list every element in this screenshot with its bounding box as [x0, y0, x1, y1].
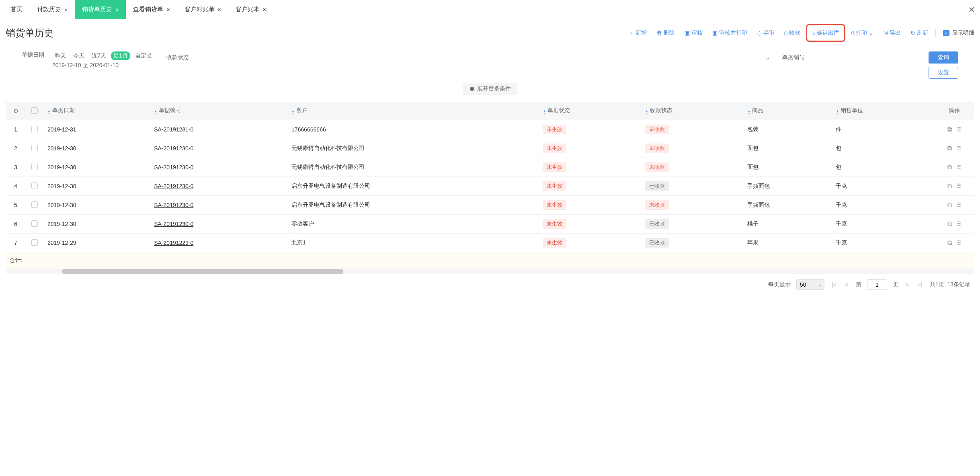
- cell-date: 2019-12-30: [43, 215, 150, 234]
- date-quick-today[interactable]: 今天: [71, 51, 87, 60]
- more-icon[interactable]: ⠿: [957, 164, 962, 171]
- tab-item[interactable]: 查看销货单×: [126, 0, 177, 19]
- row-checkbox[interactable]: [31, 201, 38, 208]
- doc-no-link[interactable]: SA-20191229-0: [154, 240, 193, 246]
- row-checkbox[interactable]: [31, 183, 38, 189]
- doc-no-input[interactable]: [812, 51, 916, 63]
- close-all-tabs-icon[interactable]: ✕: [968, 5, 975, 14]
- view-icon[interactable]: ⧉: [947, 164, 952, 171]
- col-date[interactable]: ▲▼单据日期: [43, 102, 150, 120]
- audit-print-button[interactable]: ▣审核并打印: [708, 27, 751, 39]
- first-page-button[interactable]: |<: [830, 281, 838, 288]
- settings-button[interactable]: 设置: [929, 67, 958, 79]
- audit-button[interactable]: ▣审核: [681, 27, 707, 39]
- page-size-select[interactable]: 50: [796, 279, 824, 290]
- cell-product: 面包: [743, 139, 832, 158]
- view-icon[interactable]: ⧉: [947, 201, 952, 209]
- row-checkbox[interactable]: [31, 164, 38, 170]
- summary-row: 合计:: [6, 252, 974, 269]
- chevron-down-icon[interactable]: ⌄: [765, 54, 770, 61]
- last-page-button[interactable]: >|: [916, 281, 924, 288]
- cell-product: 面包: [743, 158, 832, 177]
- view-icon[interactable]: ⧉: [947, 220, 952, 228]
- cell-customer: 启东升亚电气设备制造有限公司: [287, 196, 539, 215]
- house-icon: ⌂: [812, 30, 815, 36]
- doc-no-link[interactable]: SA-20191230-0: [154, 221, 193, 227]
- audit-icon: ▣: [685, 30, 690, 36]
- date-quick-custom[interactable]: 自定义: [133, 51, 154, 60]
- close-icon[interactable]: ×: [166, 6, 170, 13]
- col-pay-status[interactable]: ▲▼收款状态: [641, 102, 744, 120]
- row-checkbox[interactable]: [31, 239, 38, 246]
- date-quick-last7[interactable]: 近7天: [89, 51, 109, 60]
- unaudit-button[interactable]: ◌弃审: [753, 27, 779, 39]
- doc-status-badge: 未生效: [543, 125, 566, 134]
- cell-unit: 千克: [832, 234, 934, 252]
- more-icon[interactable]: ⠿: [957, 145, 962, 152]
- tab-item[interactable]: 首页: [3, 0, 30, 19]
- print-icon: ⎙: [851, 30, 854, 36]
- next-page-button[interactable]: >: [904, 281, 910, 288]
- date-quick-yesterday[interactable]: 昨天: [52, 51, 68, 60]
- expand-filters-button[interactable]: ⚈ 展开更多条件: [463, 83, 517, 95]
- row-index: 2: [6, 139, 26, 158]
- print-button[interactable]: ⎙打印⌄: [847, 27, 877, 39]
- more-icon[interactable]: ⠿: [957, 201, 962, 209]
- confirm-outbound-button[interactable]: ⌂确认出库: [806, 24, 845, 42]
- export-button[interactable]: ⇲导出: [879, 27, 905, 39]
- delete-button[interactable]: 🗑删除: [652, 27, 679, 39]
- doc-no-link[interactable]: SA-20191230-0: [154, 202, 193, 208]
- row-index: 3: [6, 158, 26, 177]
- table-row: 72019-12-29SA-20191229-0北京1未生效已收款苹果千克⧉⠿: [6, 234, 974, 252]
- payment-status-select[interactable]: [196, 51, 771, 63]
- close-icon[interactable]: ×: [115, 6, 119, 13]
- more-icon[interactable]: ⠿: [957, 126, 962, 133]
- view-icon[interactable]: ⧉: [947, 145, 952, 152]
- close-icon[interactable]: ×: [218, 6, 221, 13]
- tab-item[interactable]: 客户对账单×: [177, 0, 228, 19]
- page-title: 销货单历史: [6, 27, 54, 39]
- tab-item[interactable]: 客户账本×: [228, 0, 273, 19]
- doc-no-link[interactable]: SA-20191231-0: [154, 126, 193, 133]
- view-icon[interactable]: ⧉: [947, 239, 952, 247]
- more-icon[interactable]: ⠿: [957, 220, 962, 228]
- gear-icon[interactable]: ⚙: [13, 108, 18, 114]
- row-checkbox[interactable]: [31, 220, 38, 227]
- col-customer[interactable]: ▲▼客户: [287, 102, 539, 120]
- col-ops: 操作: [934, 102, 974, 120]
- col-doc-status[interactable]: ▲▼单据状态: [539, 102, 641, 120]
- col-docno[interactable]: ▲▼单据编号: [150, 102, 287, 120]
- row-checkbox[interactable]: [31, 145, 38, 151]
- horizontal-scrollbar[interactable]: [6, 269, 974, 274]
- view-icon[interactable]: ⧉: [947, 126, 952, 133]
- select-all-checkbox[interactable]: [31, 107, 38, 114]
- close-icon[interactable]: ×: [64, 6, 68, 13]
- date-range-text[interactable]: 2019-12-10 至 2020-01-10: [52, 62, 154, 69]
- refresh-button[interactable]: ↻刷新: [906, 27, 932, 39]
- more-icon[interactable]: ⠿: [957, 239, 962, 247]
- tabs-bar: 首页付款历史×销货单历史×查看销货单×客户对账单×客户账本× ✕: [0, 0, 980, 19]
- show-detail-checkbox[interactable]: ✓ 显示明细: [943, 29, 974, 37]
- more-icon[interactable]: ⠿: [957, 183, 962, 190]
- row-checkbox[interactable]: [31, 126, 38, 132]
- close-icon[interactable]: ×: [263, 6, 266, 13]
- date-quick-last-month[interactable]: 近1月: [111, 51, 130, 60]
- doc-status-badge: 未生效: [543, 238, 566, 248]
- prev-page-button[interactable]: <: [844, 281, 850, 288]
- col-product[interactable]: ▲▼商品: [743, 102, 832, 120]
- cell-unit: 件: [832, 120, 934, 139]
- collect-button[interactable]: ⎙收款: [780, 27, 804, 39]
- tab-item[interactable]: 付款历史×: [30, 0, 75, 19]
- table-row: 52019-12-30SA-20191230-0启东升亚电气设备制造有限公司未生…: [6, 196, 974, 215]
- col-unit[interactable]: ▲▼销售单位: [832, 102, 934, 120]
- audit-print-icon: ▣: [712, 30, 718, 36]
- doc-no-link[interactable]: SA-20191230-0: [154, 164, 193, 170]
- page-number-input[interactable]: [867, 279, 887, 290]
- add-button[interactable]: ＋新增: [624, 27, 651, 39]
- doc-no-link[interactable]: SA-20191230-0: [154, 145, 193, 152]
- view-icon[interactable]: ⧉: [947, 183, 952, 190]
- tab-item[interactable]: 销货单历史×: [75, 0, 126, 19]
- scrollbar-thumb[interactable]: [62, 269, 343, 274]
- doc-no-link[interactable]: SA-20191230-0: [154, 183, 193, 189]
- query-button[interactable]: 查询: [929, 51, 958, 64]
